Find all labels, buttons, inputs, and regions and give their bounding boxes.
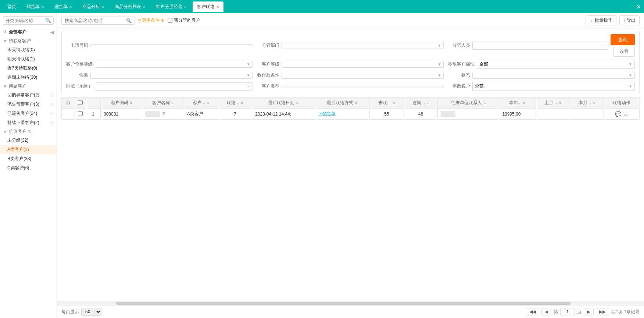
- cell-checkbox[interactable]: [75, 109, 86, 120]
- th-checkbox[interactable]: [75, 98, 86, 109]
- sidebar-search-input[interactable]: [6, 18, 45, 23]
- sidebar-item-c-class[interactable]: C类客户(6): [0, 163, 57, 173]
- sidebar-item-churn-label: 流失预警客户(3): [7, 101, 39, 107]
- info-icon-2: ⓘ: [50, 102, 54, 107]
- price-level-input[interactable]: ▼: [95, 61, 253, 68]
- sidebar-item-declining[interactable]: 持续下滑客户(2) ⓘ: [0, 118, 57, 127]
- page-number-input[interactable]: [560, 308, 575, 315]
- tab-analysis-list[interactable]: 商品分析列表 ✕: [110, 1, 150, 12]
- sidebar-item-today-contact[interactable]: 今天待联络(0): [0, 45, 57, 54]
- settings-button[interactable]: 设置: [613, 47, 635, 57]
- th-contact[interactable]: 联络... ⇅: [218, 98, 252, 109]
- person-label: 分管人员: [448, 42, 470, 49]
- th-unit-contact[interactable]: 往来单位联系人 ⇅: [438, 98, 499, 109]
- my-customers-checkbox[interactable]: 我分管的客户: [168, 17, 200, 24]
- retail-customer-input[interactable]: 全部 ▼: [472, 82, 635, 91]
- problem-customers-label: 问题客户: [9, 83, 26, 89]
- query-button[interactable]: 查询: [611, 34, 635, 45]
- toolbar-search-box[interactable]: 🔍: [61, 17, 135, 25]
- last-page-button[interactable]: ▶▶: [596, 308, 609, 315]
- settings-small-icon[interactable]: □: [33, 129, 35, 134]
- sidebar-item-tomorrow-contact[interactable]: 明天待联络(1): [0, 54, 57, 64]
- sort-icon-not-contacted: ⇅: [392, 101, 395, 105]
- toolbar-search-input[interactable]: [65, 18, 125, 23]
- cell-unit-contact: [438, 109, 499, 120]
- export-button[interactable]: ↑ 导出: [619, 15, 640, 25]
- th-last-contact-method[interactable]: 最后联络方式 ⇅: [315, 98, 370, 109]
- sidebar-search-box[interactable]: 🔍: [3, 16, 54, 25]
- area-input[interactable]: ···: [95, 82, 253, 91]
- retail-attr-arrow-icon: ▼: [629, 62, 632, 66]
- sidebar-item-b-class[interactable]: B类客户(33): [0, 154, 57, 163]
- tab-analysis-list-close[interactable]: ✕: [143, 5, 146, 9]
- horizontal-scrollbar[interactable]: [57, 301, 644, 305]
- pending-contact-arrow: ▼: [3, 39, 7, 44]
- tab-purchase[interactable]: 进货单 ✕: [50, 1, 76, 12]
- th-gear[interactable]: ⚙: [62, 98, 75, 109]
- dept-input[interactable]: ▼: [282, 42, 444, 49]
- th-last-month[interactable]: 上月... ⇅: [536, 98, 570, 109]
- tab-sales-close[interactable]: ✕: [41, 5, 44, 9]
- sidebar-item-week-contact[interactable]: 近7天待联络(0): [0, 64, 57, 73]
- sidebar-item-ungrouped[interactable]: 未分组(32): [0, 136, 57, 145]
- sidebar-item-churn-warning[interactable]: 流失预警客户(3) ⓘ: [0, 100, 57, 109]
- tab-home[interactable]: 首页: [3, 1, 21, 12]
- payment-input[interactable]: ▼: [282, 72, 444, 79]
- th-this-month[interactable]: 本月... ⇅: [570, 98, 604, 109]
- chat-action-icon[interactable]: 💬: [615, 111, 621, 117]
- nature-arrow-icon: ▼: [247, 73, 250, 77]
- tab-sales[interactable]: 销货单 ✕: [22, 1, 49, 12]
- sidebar-item-repurchase-abnormal[interactable]: 回购异常客户(2) ⓘ: [0, 91, 57, 100]
- th-code[interactable]: 客户编码 ⇅: [101, 98, 142, 109]
- all-customers-header[interactable]: ⠿ 全部客户 ◀: [0, 28, 57, 37]
- phone-input[interactable]: [90, 44, 253, 47]
- tab-analysis[interactable]: 商品分析 ✕: [78, 1, 109, 12]
- tab-purchase-close[interactable]: ✕: [69, 5, 72, 9]
- tab-analysis-list-label: 商品分析列表: [115, 4, 141, 10]
- customer-type-input[interactable]: [282, 85, 444, 88]
- person-input[interactable]: ···: [472, 42, 608, 50]
- sidebar-item-a-class-label: A类客户(1): [7, 146, 29, 153]
- th-overdue[interactable]: 逾期... ⇅: [404, 98, 438, 109]
- tab-customer-contact-close[interactable]: ✕: [216, 5, 219, 9]
- tab-customer-tier-close[interactable]: ✕: [184, 5, 187, 9]
- retail-attr-input[interactable]: 全部 ▼: [477, 60, 635, 69]
- filter-label: 更多条件: [142, 17, 160, 24]
- prev-page-button[interactable]: ◀: [541, 308, 551, 315]
- row-checkbox[interactable]: [78, 111, 83, 116]
- status-label: 状态: [448, 72, 470, 78]
- value-customers-group[interactable]: ▼ 价值客户 ↻ □: [0, 127, 57, 136]
- share-action-icon[interactable]: ⚏: [623, 111, 628, 117]
- customer-level-input[interactable]: ▼: [282, 61, 444, 68]
- th-not-contacted[interactable]: 未联... ⇅: [370, 98, 404, 109]
- page-size-select[interactable]: 50 100: [81, 308, 101, 316]
- sidebar-item-a-class[interactable]: A类客户(1): [0, 145, 57, 154]
- tab-customer-contact-label: 客户联络: [197, 4, 215, 10]
- sidebar-item-churned[interactable]: 已流失客户(24) ⓘ: [0, 109, 57, 118]
- problem-customers-group[interactable]: ▼ 问题客户: [0, 82, 57, 91]
- table-footer: 每页显示 50 100 ◀◀ ◀ 第 页 ▶ ▶▶ 共1页 1条记录: [57, 305, 644, 318]
- select-all-checkbox[interactable]: [78, 100, 83, 105]
- nature-input[interactable]: ▼: [90, 72, 253, 79]
- tab-analysis-close[interactable]: ✕: [101, 5, 104, 9]
- my-customers-check-input[interactable]: [168, 18, 172, 23]
- th-name[interactable]: 客户名称 ⇅: [142, 98, 184, 109]
- sidebar-item-overdue-contact[interactable]: 逾期未联络(30): [0, 73, 57, 82]
- value-customers-label: 价值客户: [9, 128, 26, 135]
- collapse-icon[interactable]: ◀: [50, 30, 54, 35]
- first-page-button[interactable]: ◀◀: [526, 308, 539, 315]
- th-type[interactable]: 客户... ⇅: [184, 98, 218, 109]
- tab-purchase-label: 进货单: [54, 4, 68, 10]
- batch-operation-button[interactable]: ☑ 批量操作: [586, 15, 616, 25]
- th-last-contact-date[interactable]: 最后联络日期 ⇅: [252, 98, 315, 109]
- refresh-icon[interactable]: ↻: [28, 129, 32, 134]
- cell-last-contact-method[interactable]: 下销货单: [315, 109, 370, 120]
- status-input[interactable]: ▼: [472, 72, 635, 79]
- next-page-button[interactable]: ▶: [584, 308, 594, 315]
- th-this-year[interactable]: 本年... ⇅: [499, 98, 536, 109]
- close-all-button[interactable]: ✕: [636, 3, 641, 10]
- filter-more-button[interactable]: ▽ 更多条件 ▼: [138, 17, 165, 24]
- tab-customer-tier[interactable]: 客户分层经营 ✕: [151, 1, 191, 12]
- tab-customer-contact[interactable]: 客户联络 ✕: [193, 1, 223, 12]
- pending-contact-group[interactable]: ▼ 待联络客户: [0, 37, 57, 45]
